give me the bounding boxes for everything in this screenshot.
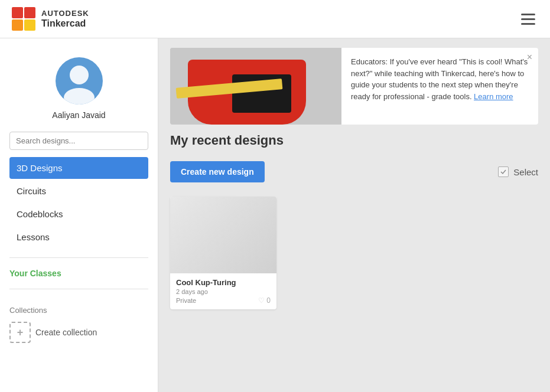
learn-more-link[interactable]: Learn more <box>474 92 513 101</box>
design-card-footer: Private ♡ 0 <box>176 296 271 305</box>
avatar <box>56 57 103 104</box>
banner-image <box>170 48 341 125</box>
tinkercad-label: Tinkercad <box>41 18 89 29</box>
hamburger-menu[interactable] <box>518 11 538 28</box>
main-layout: Aaliyan Javaid 3D Designs Circuits Codeb… <box>0 38 550 392</box>
designs-grid: Cool Kup-Turing 2 days ago Private ♡ 0 <box>170 197 538 309</box>
header: AUTODESK Tinkercad <box>0 0 550 38</box>
logo: AUTODESK Tinkercad <box>12 7 89 31</box>
educator-banner: × Educators: If you've ever heard "This … <box>170 48 538 125</box>
svg-point-1 <box>64 88 95 104</box>
sidebar-item-circuits[interactable]: Circuits <box>9 180 148 202</box>
your-classes-label[interactable]: Your Classes <box>9 266 148 280</box>
sidebar-item-lessons[interactable]: Lessons <box>9 226 148 248</box>
design-card-name: Cool Kup-Turing <box>176 278 271 287</box>
recent-designs-header: My recent designs <box>170 133 538 148</box>
likes-count: 0 <box>266 296 271 305</box>
tinkercad-logo-blocks <box>12 7 35 31</box>
autodesk-label: AUTODESK <box>41 9 89 18</box>
hamburger-line-3 <box>521 23 535 25</box>
sidebar-divider <box>9 257 148 258</box>
design-card-thumbnail <box>170 197 276 273</box>
sidebar: Aaliyan Javaid 3D Designs Circuits Codeb… <box>0 38 158 392</box>
logo-block-3 <box>12 19 23 31</box>
logo-block-4 <box>24 19 35 31</box>
logo-block-1 <box>12 7 23 18</box>
select-label: Select <box>513 167 538 177</box>
sidebar-item-3d-designs[interactable]: 3D Designs <box>9 157 148 179</box>
sidebar-item-codeblocks[interactable]: Codeblocks <box>9 203 148 225</box>
main-content: × Educators: If you've ever heard "This … <box>158 38 550 392</box>
collections-label: Collections <box>9 306 148 315</box>
hamburger-line-1 <box>521 14 535 15</box>
recent-designs-title: My recent designs <box>170 133 284 148</box>
heart-icon: ♡ <box>258 296 265 305</box>
design-card[interactable]: Cool Kup-Turing 2 days ago Private ♡ 0 <box>170 197 276 309</box>
design-card-date: 2 days ago <box>176 288 271 295</box>
svg-point-0 <box>70 66 89 84</box>
avatar-icon <box>56 57 103 104</box>
create-collection-button[interactable]: + Create collection <box>9 319 148 345</box>
device-visual <box>170 48 341 125</box>
sidebar-nav: 3D Designs Circuits Codeblocks Lessons <box>9 157 148 249</box>
logo-block-2 <box>24 7 35 18</box>
select-checkbox[interactable] <box>498 166 509 177</box>
user-profile: Aaliyan Javaid <box>9 48 148 132</box>
search-input[interactable] <box>9 132 148 150</box>
design-card-likes: ♡ 0 <box>258 296 271 305</box>
design-card-info: Cool Kup-Turing 2 days ago Private ♡ 0 <box>170 273 276 309</box>
hamburger-line-2 <box>521 18 535 20</box>
designs-toolbar: Create new design Select <box>170 161 538 182</box>
sidebar-divider-2 <box>9 289 148 289</box>
select-area[interactable]: Select <box>498 166 538 177</box>
create-collection-icon: + <box>9 322 31 343</box>
design-card-privacy: Private <box>176 297 196 304</box>
create-collection-text: Create collection <box>35 328 97 337</box>
header-title-group: AUTODESK Tinkercad <box>41 9 89 30</box>
create-new-design-button[interactable]: Create new design <box>170 161 265 182</box>
banner-text-area: × Educators: If you've ever heard "This … <box>341 48 538 125</box>
collections-section: Collections + Create collection <box>9 306 148 345</box>
banner-close[interactable]: × <box>527 53 532 62</box>
user-name: Aaliyan Javaid <box>52 110 105 120</box>
checkbox-check-icon <box>500 168 507 175</box>
